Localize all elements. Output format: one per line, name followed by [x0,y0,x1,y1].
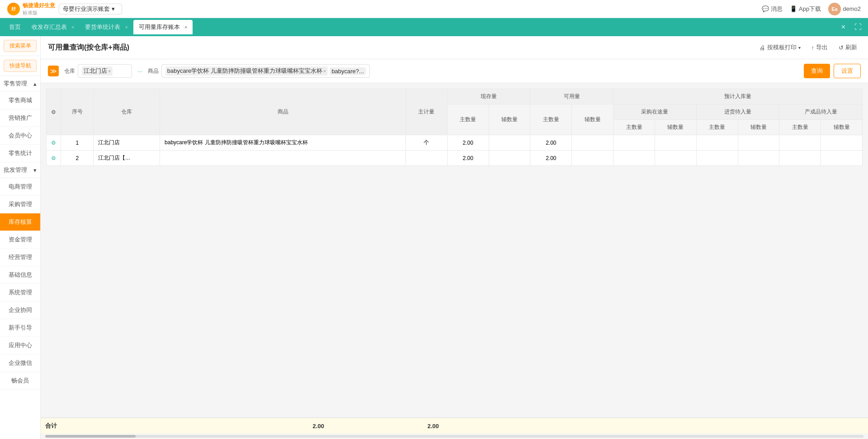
sidebar-item-enterprise-wx-label: 企业微信 [9,359,32,367]
filter-more-dots[interactable]: ··· [137,68,142,75]
warehouse-value-box[interactable]: 江北门店 × [78,64,132,78]
sidebar-item-inventory-label: 库存核算 [9,218,32,226]
row-no: 1 [61,135,94,151]
footer-produced-sub [806,423,863,430]
tab-available-inventory-close[interactable]: × [184,24,187,30]
download-action[interactable]: 📱 App下载 [790,5,821,13]
query-button[interactable]: 查询 [804,64,830,78]
warehouse-tag-close-icon[interactable]: × [108,68,111,74]
row-avail-sub [572,135,613,151]
refresh-action[interactable]: ↺ 刷新 [835,42,861,53]
sidebar-item-purchase[interactable]: 采购管理 [0,196,40,213]
search-menu-button[interactable]: 搜索菜单 [4,40,37,52]
username: demo2 [843,5,861,12]
tab-order-stats-close[interactable]: × [125,24,127,30]
print-action[interactable]: 🖨 按模板打印 ▾ [756,42,804,53]
scroll-bar-container [41,434,868,439]
data-table: ⚙ 序号 仓库 商品 主计量 现存量 可用量 预计入库量 主数量 辅数量 主数量… [46,89,863,166]
filter-actions: 查询 设置 [804,64,861,78]
footer-incoming-sub [691,423,749,430]
table-footer: 合计 2.00 2.00 [41,417,868,434]
col-purchase-group-header: 采购在途量 [613,104,697,120]
sidebar-item-member[interactable]: 会员中心 [0,127,40,145]
message-icon: 💬 [762,5,769,12]
tab-home[interactable]: 首页 [4,20,26,34]
company-selector[interactable]: 母婴行业演示账套 ▾ [59,4,122,14]
col-unit-header: 主计量 [406,89,448,135]
tab-fullscreen-icon[interactable]: ⛶ [852,22,864,32]
table-row: ⚙ 1 江北门店 babycare学饮杯 儿童防摔防撞吸管杯重力球吸嘴杯宝宝水杯… [47,135,863,151]
sidebar-item-purchase-label: 采购管理 [9,200,32,208]
row-settings[interactable]: ⚙ [47,135,61,151]
col-no-header: 序号 [61,89,94,135]
sidebar-item-retail-stats-label: 零售统计 [9,149,32,157]
row-warehouse: 江北门店【... [94,151,160,166]
sidebar-item-retail-stats[interactable]: 零售统计 [0,145,40,162]
page-header: 可用量查询(按仓库+商品) 🖨 按模板打印 ▾ ↑ 导出 ↺ 刷新 [41,36,868,59]
col-purchase-sub-header: 辅数量 [655,120,696,135]
sidebar-item-inventory[interactable]: 库存核算 [0,213,40,231]
sidebar-item-new-guide-label: 新手引导 [9,324,32,332]
col-product-header: 商品 [160,89,406,135]
product-tag-1-close-icon[interactable]: × [323,68,326,74]
scroll-bar-track[interactable] [45,435,863,438]
sidebar-item-wholesale-mgmt[interactable]: 批发管理 ▾ [0,162,40,178]
message-action[interactable]: 💬 消息 [762,5,783,13]
tab-stock-summary-close[interactable]: × [71,24,74,30]
footer-avail-sub [462,423,519,430]
settings-button[interactable]: 设置 [834,64,861,78]
sidebar-item-ops-mgmt-label: 经营管理 [9,253,32,261]
footer-stock-sub [347,423,405,430]
product-label: 商品 [148,67,159,75]
filter-area: ≫ 仓库 江北门店 × ··· 商品 babycare学饮杯 儿童防摔防撞吸管杯… [41,59,868,83]
filter-toggle-button[interactable]: ≫ [48,66,59,76]
sidebar-item-basic-info[interactable]: 基础信息 [0,266,40,284]
sidebar-item-enterprise-label: 企业协同 [9,306,32,314]
sidebar-item-new-guide[interactable]: 新手引导 [0,319,40,337]
col-produced-group-header: 产成品待入量 [779,104,863,120]
row-product: babycare学饮杯 儿童防摔防撞吸管杯重力球吸嘴杯宝宝水杯 [160,135,406,151]
col-incoming-main-header: 主数量 [696,120,738,135]
sidebar-item-ops-mgmt[interactable]: 经营管理 [0,249,40,266]
product-value-box[interactable]: babycare学饮杯 儿童防摔防撞吸管杯重力球吸嘴杯宝宝水杯 × babyca… [161,64,370,78]
row-settings[interactable]: ⚙ [47,151,61,166]
tab-stock-summary-label: 收发存汇总表 [32,23,67,31]
sidebar-item-system[interactable]: 系统管理 [0,284,40,302]
sidebar-item-member-label: 会员中心 [9,132,32,140]
tab-stock-summary[interactable]: 收发存汇总表 × [26,20,80,34]
row-purchase-main [613,135,655,151]
sidebar-item-enterprise-wx[interactable]: 企业微信 [0,354,40,372]
scroll-bar-thumb[interactable] [45,435,136,438]
user-area[interactable]: Ea demo2 [828,3,861,15]
tab-bar: 首页 收发存汇总表 × 要货单统计表 × 可用量库存账本 × × ⛶ [0,18,868,36]
footer-produced-main [749,423,806,430]
tab-close-all-icon[interactable]: × [839,22,848,32]
warehouse-tag-value: 江北门店 [84,67,107,75]
sidebar-item-pro-member[interactable]: 畅会员 [0,372,40,390]
sidebar-item-marketing[interactable]: 营销推广 [0,109,40,127]
product-tag-1-value: babycare学饮杯 儿童防摔防撞吸管杯重力球吸嘴杯宝宝水杯 [167,67,322,75]
col-avail-sub-header: 辅数量 [572,104,613,135]
row-stock-sub [489,135,530,151]
print-icon: 🖨 [760,44,765,51]
sidebar-item-ecommerce[interactable]: 电商管理 [0,178,40,196]
footer-purchase-sub [576,423,634,430]
export-icon: ↑ [811,44,815,51]
sidebar-item-retail-mall-label: 零售商城 [9,96,32,104]
tab-available-inventory[interactable]: 可用量库存账本 × [133,20,193,34]
page-title: 可用量查询(按仓库+商品) [48,43,129,52]
sidebar-item-retail-mgmt[interactable]: 零售管理 ▴ [0,76,40,92]
export-action[interactable]: ↑ 导出 [808,42,832,53]
col-avail-main-header: 主数量 [530,104,572,135]
tab-order-stats[interactable]: 要货单统计表 × [80,20,133,34]
sidebar-item-app-center[interactable]: 应用中心 [0,337,40,354]
quick-nav-button[interactable]: 快捷导航 [4,60,37,72]
footer-spacer-product [175,423,232,430]
refresh-icon: ↺ [839,44,844,51]
product-tag-1: babycare学饮杯 儿童防摔防撞吸管杯重力球吸嘴杯宝宝水杯 × [165,66,328,76]
row-incoming-sub [738,151,779,166]
sidebar-item-finance[interactable]: 资金管理 [0,231,40,249]
sidebar-item-enterprise[interactable]: 企业协同 [0,302,40,319]
col-settings-header[interactable]: ⚙ [47,89,61,135]
sidebar-item-retail-mall[interactable]: 零售商城 [0,92,40,109]
